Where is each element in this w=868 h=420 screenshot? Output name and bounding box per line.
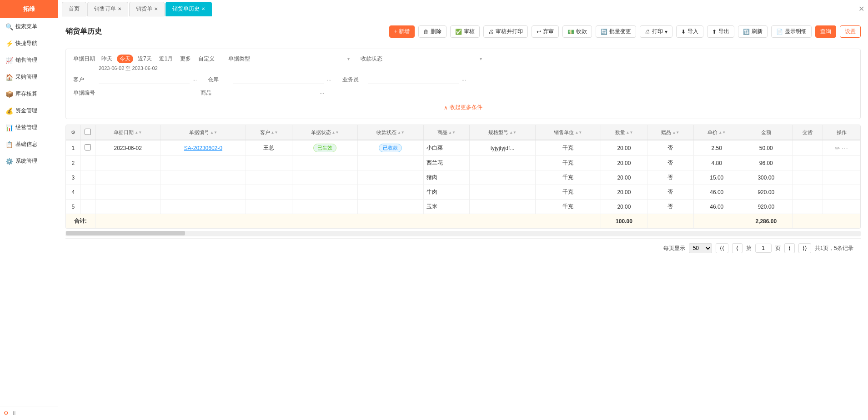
th-goods[interactable]: 商品 ▲▼ bbox=[423, 125, 470, 140]
goods-input[interactable] bbox=[226, 89, 317, 97]
tab-sales-order-close[interactable]: ✕ bbox=[118, 6, 121, 11]
th-doc-no[interactable]: 单据编号 ▲▼ bbox=[161, 125, 246, 140]
filter-row-2: 客户 ··· 仓库 ··· 业务员 ··· bbox=[73, 75, 853, 84]
sys-icon: ⚙️ bbox=[5, 158, 13, 165]
gear-settings-icon[interactable]: ⚙ bbox=[71, 130, 75, 135]
select-all-checkbox[interactable] bbox=[85, 129, 91, 135]
cell-goods-1: 西兰花 bbox=[423, 156, 470, 170]
refresh-button[interactable]: 🔃 刷新 bbox=[738, 25, 768, 38]
th-unit-label: 销售单位 bbox=[554, 129, 574, 136]
warehouse-label: 仓库 bbox=[208, 76, 231, 84]
last-page-button[interactable]: ⟩⟩ bbox=[798, 243, 811, 253]
scroll-thumb[interactable] bbox=[66, 231, 185, 235]
sidebar-bottom-icon2[interactable]: ⏸ bbox=[11, 410, 17, 416]
page-input[interactable] bbox=[755, 244, 772, 253]
doc-no-link-0[interactable]: SA-20230602-0 bbox=[184, 145, 222, 151]
date-tag-more[interactable]: 更多 bbox=[177, 55, 194, 63]
tab-close-all[interactable]: ✕ bbox=[858, 5, 864, 13]
sidebar-item-search[interactable]: 🔍 搜索菜单 bbox=[0, 18, 58, 35]
payment-status-dropdown-icon[interactable]: ▾ bbox=[480, 56, 482, 61]
cell-amount-0: 50.00 bbox=[740, 140, 792, 156]
cell-goods-0: 小白菜 bbox=[423, 140, 470, 156]
th-unit[interactable]: 销售单位 ▲▼ bbox=[535, 125, 601, 140]
import-button[interactable]: ⬇ 导入 bbox=[676, 25, 703, 38]
date-tag-7days[interactable]: 近7天 bbox=[135, 55, 155, 63]
page-title: 销货单历史 bbox=[65, 27, 102, 36]
prev-page-button[interactable]: ⟨ bbox=[732, 243, 743, 253]
date-tag-custom[interactable]: 自定义 bbox=[196, 55, 217, 63]
th-checkbox bbox=[80, 125, 95, 140]
doc-number-input[interactable] bbox=[99, 89, 190, 97]
collapse-button[interactable]: ∧ 收起更多条件 bbox=[442, 102, 484, 113]
warehouse-more-icon[interactable]: ··· bbox=[327, 77, 331, 83]
export-icon: ⬆ bbox=[712, 29, 717, 35]
print-dropdown-icon: ▾ bbox=[665, 29, 667, 35]
salesperson-input[interactable] bbox=[368, 75, 459, 84]
summary-spacer bbox=[95, 214, 601, 229]
main-area: 首页 销售订单 ✕ 销货单 ✕ 销货单历史 ✕ ✕ 销货单历史 + 新增 🗑 删… bbox=[58, 0, 868, 420]
tab-home[interactable]: 首页 bbox=[62, 2, 86, 16]
scroll-bar[interactable] bbox=[65, 231, 861, 236]
cell-docno-1 bbox=[161, 156, 246, 170]
goods-more-icon[interactable]: ··· bbox=[320, 90, 324, 96]
cell-num-2: 3 bbox=[66, 170, 80, 185]
date-tag-1month[interactable]: 近1月 bbox=[156, 55, 176, 63]
date-tag-today[interactable]: 今天 bbox=[117, 55, 133, 63]
delete-button[interactable]: 🗑 删除 bbox=[418, 25, 447, 38]
tab-sales-goods[interactable]: 销货单 ✕ bbox=[129, 2, 165, 16]
query-button[interactable]: 查询 bbox=[815, 25, 836, 38]
tab-sales-goods-close[interactable]: ✕ bbox=[154, 6, 158, 11]
doc-type-input[interactable] bbox=[254, 55, 345, 63]
edit-icon-0[interactable]: ✏ bbox=[835, 145, 840, 152]
batch-change-button[interactable]: 🔄 批量变更 bbox=[596, 25, 636, 38]
review-button[interactable]: ✅ 审核 bbox=[450, 25, 480, 38]
cell-docno-0[interactable]: SA-20230602-0 bbox=[161, 140, 246, 156]
salesperson-more-icon[interactable]: ··· bbox=[462, 77, 466, 83]
sidebar-item-business[interactable]: 📊 经营管理 bbox=[0, 119, 58, 136]
date-tag-yesterday[interactable]: 昨天 bbox=[99, 55, 115, 63]
display-button[interactable]: 📄 显示明细 bbox=[771, 25, 812, 38]
cell-amount-4: 920.00 bbox=[740, 200, 792, 214]
th-customer[interactable]: 客户 ▲▼ bbox=[246, 125, 292, 140]
sidebar-item-sales[interactable]: 📈 销售管理 bbox=[0, 52, 58, 69]
filter-payment-status: 收款状态 ▾ bbox=[361, 55, 482, 63]
sidebar-item-purchase[interactable]: 🏠 采购管理 bbox=[0, 69, 58, 85]
sidebar-bottom-icon1[interactable]: ⚙ bbox=[4, 410, 9, 416]
th-gift[interactable]: 赠品 ▲▼ bbox=[647, 125, 693, 140]
customer-input[interactable] bbox=[99, 75, 190, 84]
review-print-button[interactable]: 🖨 审核并打印 bbox=[483, 25, 528, 38]
print-button[interactable]: 🖨 打印 ▾ bbox=[640, 25, 672, 38]
cell-paystatus-3 bbox=[358, 185, 423, 200]
th-date[interactable]: 单据日期 ▲▼ bbox=[95, 125, 161, 140]
warehouse-input[interactable] bbox=[233, 75, 324, 84]
more-icon-0[interactable]: ⋯ bbox=[842, 145, 848, 152]
payment-status-input[interactable] bbox=[386, 55, 477, 63]
collect-button[interactable]: 💵 收款 bbox=[562, 25, 592, 38]
th-gear[interactable]: ⚙ bbox=[66, 125, 80, 140]
abandon-button[interactable]: ↩ 弃审 bbox=[532, 25, 559, 38]
settings-button[interactable]: 设置 bbox=[840, 25, 861, 38]
sidebar-item-quick-nav[interactable]: ⚡ 快捷导航 bbox=[0, 35, 58, 52]
th-doc-status[interactable]: 单据状态 ▲▼ bbox=[292, 125, 357, 140]
tab-history-close[interactable]: ✕ bbox=[201, 6, 205, 11]
sidebar-item-basic[interactable]: 📋 基础信息 bbox=[0, 136, 58, 153]
row-checkbox-0[interactable] bbox=[85, 144, 91, 150]
tab-sales-order[interactable]: 销售订单 ✕ bbox=[87, 2, 128, 16]
next-page-button[interactable]: ⟩ bbox=[784, 243, 795, 253]
th-price[interactable]: 单价 ▲▼ bbox=[693, 125, 740, 140]
export-button[interactable]: ⬆ 导出 bbox=[707, 25, 734, 38]
doc-type-dropdown-icon[interactable]: ▾ bbox=[347, 56, 350, 61]
customer-more-icon[interactable]: ··· bbox=[192, 77, 197, 83]
sidebar-item-inventory[interactable]: 📦 库存核算 bbox=[0, 85, 58, 102]
cell-cb-2 bbox=[80, 170, 95, 185]
th-payment-status[interactable]: 收款状态 ▲▼ bbox=[358, 125, 423, 140]
tab-history[interactable]: 销货单历史 ✕ bbox=[166, 2, 212, 16]
per-page-select[interactable]: 50 100 200 bbox=[689, 243, 712, 253]
th-spec[interactable]: 规格型号 ▲▼ bbox=[470, 125, 535, 140]
sidebar-item-sys[interactable]: ⚙️ 系统管理 bbox=[0, 153, 58, 170]
new-button[interactable]: + 新增 bbox=[389, 25, 415, 38]
sidebar-item-fund[interactable]: 💰 资金管理 bbox=[0, 102, 58, 119]
first-page-button[interactable]: ⟨⟨ bbox=[716, 243, 728, 253]
sidebar-logo: 拓维 bbox=[0, 0, 58, 18]
th-qty[interactable]: 数量 ▲▼ bbox=[601, 125, 647, 140]
